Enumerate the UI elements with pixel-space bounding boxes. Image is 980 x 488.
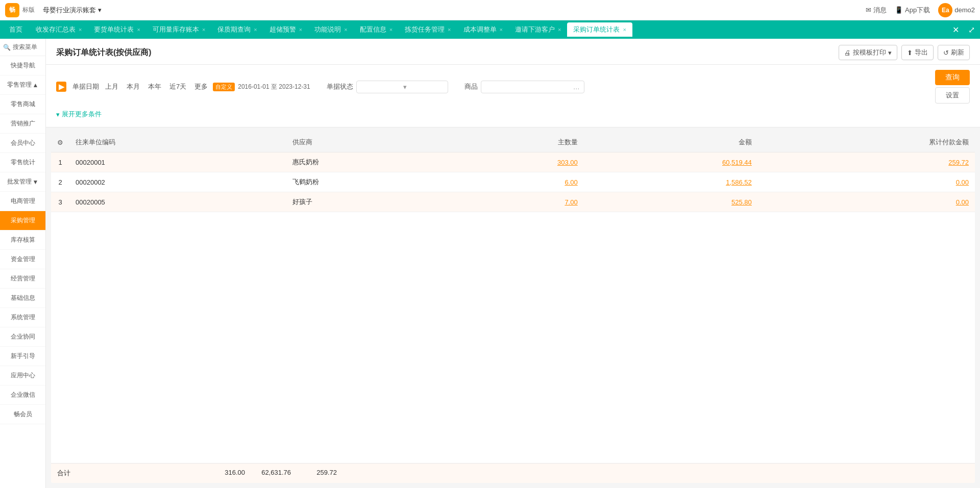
- tab-3[interactable]: 可用量库存账本 ×: [146, 22, 211, 37]
- sidebar-item-vip[interactable]: 畅会员: [0, 405, 45, 424]
- goods-more-icon[interactable]: …: [573, 83, 580, 91]
- refresh-label: 刷新: [951, 48, 964, 57]
- row-3-qty-link[interactable]: 7.00: [565, 198, 577, 206]
- sidebar-item-wholesale[interactable]: 批发管理 ▼: [0, 172, 45, 192]
- user-area[interactable]: Ea demo2: [938, 3, 975, 17]
- tab-10[interactable]: 邀请下游客户 ×: [509, 22, 567, 37]
- row-1-main-qty[interactable]: 303.00: [448, 152, 584, 172]
- sidebar-item-system[interactable]: 系统管理: [0, 308, 45, 327]
- status-select[interactable]: ▾: [356, 81, 448, 93]
- sidebar-item-finance[interactable]: 资金管理: [0, 250, 45, 269]
- logo-icon: 畅: [5, 3, 19, 17]
- tab-9[interactable]: 成本调整单 ×: [457, 22, 509, 37]
- tab-3-close-icon[interactable]: ×: [202, 27, 205, 33]
- row-1-amount-link[interactable]: 60,519.44: [722, 159, 752, 166]
- row-3-main-qty[interactable]: 7.00: [448, 192, 584, 212]
- row-1-qty-link[interactable]: 303.00: [557, 159, 578, 166]
- tab-4[interactable]: 保质期查询 ×: [211, 22, 263, 37]
- tab-2-close-icon[interactable]: ×: [137, 27, 140, 33]
- sidebar-item-app-center[interactable]: 应用中心: [0, 366, 45, 386]
- th-supplier: 供应商: [286, 133, 448, 152]
- settings-button[interactable]: 设置: [935, 87, 970, 104]
- table-scroll-wrap[interactable]: ⚙ 往来单位编码 供应商 主数量 金额 累计付款金额 1 00020001 惠氏: [51, 133, 975, 463]
- row-2-main-qty[interactable]: 6.00: [448, 172, 584, 192]
- tab-10-close-icon[interactable]: ×: [558, 27, 561, 33]
- row-2-paid-link[interactable]: 0.00: [956, 178, 969, 186]
- quick-label: 快捷导航: [11, 62, 35, 69]
- sidebar-item-retail-stat[interactable]: 零售统计: [0, 153, 45, 172]
- sidebar-item-base-info[interactable]: 基础信息: [0, 289, 45, 308]
- query-button[interactable]: 查询: [935, 70, 970, 85]
- expand-more-button[interactable]: ▾ 展开更多条件: [56, 107, 970, 122]
- this-year-btn[interactable]: 本年: [145, 81, 164, 92]
- tab-1-close-icon[interactable]: ×: [79, 27, 82, 33]
- tab-11-close-icon[interactable]: ×: [623, 27, 626, 33]
- row-2-amount[interactable]: 1,586.52: [584, 172, 758, 192]
- row-1-supplier: 惠氏奶粉: [286, 152, 448, 172]
- retail-label: 零售管理: [7, 81, 32, 89]
- page-header: 采购订单统计表(按供应商) 🖨 按模板打印 ▾ ⬆ 导出 ↺ 刷新: [46, 39, 980, 65]
- maximize-button[interactable]: ⤢: [965, 24, 978, 36]
- sidebar-item-wechat[interactable]: 企业微信: [0, 386, 45, 405]
- expand-more-row: ▾ 展开更多条件: [56, 107, 970, 122]
- tab-4-close-icon[interactable]: ×: [254, 27, 257, 33]
- filter-expand-icon[interactable]: ▶: [56, 82, 66, 92]
- sidebar-item-quick[interactable]: 快捷导航: [0, 56, 45, 75]
- row-2-paid-amount[interactable]: 0.00: [758, 172, 975, 192]
- tab-8-close-icon[interactable]: ×: [448, 27, 451, 33]
- sidebar-item-enterprise[interactable]: 企业协同: [0, 327, 45, 347]
- sidebar-item-ecommerce[interactable]: 电商管理: [0, 192, 45, 211]
- tab-home[interactable]: 首页: [2, 22, 30, 37]
- row-3-paid-amount[interactable]: 0.00: [758, 192, 975, 212]
- status-label: 单据状态: [327, 82, 353, 91]
- close-all-button[interactable]: ✕: [949, 24, 962, 36]
- filter-status-group: 单据状态 ▾: [327, 81, 448, 93]
- workspace-selector[interactable]: 母婴行业演示账套 ▾: [39, 4, 106, 17]
- tab-7-close-icon[interactable]: ×: [389, 27, 393, 33]
- app-download-button[interactable]: 📱 App下载: [895, 6, 930, 15]
- this-month-btn[interactable]: 本月: [124, 81, 143, 92]
- export-button[interactable]: ⬆ 导出: [901, 45, 934, 60]
- sidebar-item-guide[interactable]: 新手引导: [0, 347, 45, 366]
- tab-1[interactable]: 收发存汇总表 ×: [30, 22, 88, 37]
- sidebar-item-marketing[interactable]: 营销推广: [0, 114, 45, 134]
- row-3-paid-link[interactable]: 0.00: [956, 198, 969, 206]
- row-1-paid-amount[interactable]: 259.72: [758, 152, 975, 172]
- row-2-qty-link[interactable]: 6.00: [565, 178, 577, 186]
- sidebar-item-search[interactable]: 🔍 搜索菜单: [0, 39, 45, 56]
- tab-2[interactable]: 要货单统计表 ×: [88, 22, 146, 37]
- tab-8[interactable]: 拣货任务管理 ×: [399, 22, 457, 37]
- tab-5[interactable]: 超储预警 ×: [263, 22, 308, 37]
- th-settings[interactable]: ⚙: [51, 133, 69, 152]
- tab-5-close-icon[interactable]: ×: [299, 27, 302, 33]
- base-info-label: 基础信息: [11, 294, 35, 301]
- sidebar: 🔍 搜索菜单 快捷导航 零售管理 ▲ 零售商城 营销推广 会员中心 零售统计 批…: [0, 39, 46, 488]
- last-month-btn[interactable]: 上月: [102, 81, 121, 92]
- row-3-amount-link[interactable]: 525.80: [731, 198, 752, 206]
- goods-input[interactable]: [485, 83, 571, 91]
- row-1-amount[interactable]: 60,519.44: [584, 152, 758, 172]
- sidebar-item-operation[interactable]: 经营管理: [0, 269, 45, 289]
- sidebar-item-retail[interactable]: 零售管理 ▲: [0, 75, 45, 95]
- more-dates-btn[interactable]: 更多: [191, 81, 211, 92]
- sidebar-item-retail-shop[interactable]: 零售商城: [0, 95, 45, 114]
- template-print-button[interactable]: 🖨 按模板打印 ▾: [839, 45, 897, 60]
- date-range: 2016-01-01 至 2023-12-31: [238, 83, 310, 91]
- refresh-icon: ↺: [943, 49, 949, 57]
- last-7-days-btn[interactable]: 近7天: [166, 81, 189, 92]
- row-1-paid-link[interactable]: 259.72: [948, 159, 969, 166]
- tab-7-label: 配置信息: [360, 25, 386, 34]
- row-3-amount[interactable]: 525.80: [584, 192, 758, 212]
- tab-11[interactable]: 采购订单统计表 ×: [567, 22, 632, 37]
- sidebar-item-member[interactable]: 会员中心: [0, 134, 45, 153]
- tab-6[interactable]: 功能说明 ×: [308, 22, 353, 37]
- tab-7[interactable]: 配置信息 ×: [354, 22, 399, 37]
- sidebar-item-inventory[interactable]: 库存核算: [0, 230, 45, 250]
- refresh-button[interactable]: ↺ 刷新: [938, 45, 970, 60]
- tab-6-close-icon[interactable]: ×: [344, 27, 347, 33]
- tab-9-close-icon[interactable]: ×: [500, 27, 503, 33]
- row-2-amount-link[interactable]: 1,586.52: [726, 178, 752, 186]
- table-row: 3 00020005 好孩子 7.00 525.80 0.00: [51, 192, 975, 212]
- sidebar-item-purchase[interactable]: 采购管理: [0, 211, 45, 230]
- message-button[interactable]: ✉ 消息: [866, 6, 887, 15]
